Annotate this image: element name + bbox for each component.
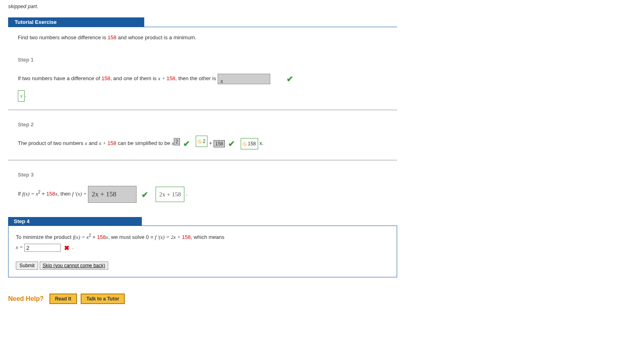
step1-body: If two numbers have a difference of 158,…	[18, 71, 397, 102]
step2-exp-input[interactable]: 2	[174, 138, 180, 145]
talk-tutor-button[interactable]: Talk to a Tutor	[81, 294, 125, 304]
divider	[8, 110, 397, 110]
step3-answer-input[interactable]: 2x + 158	[88, 186, 137, 203]
step4-label: Step 4	[8, 217, 142, 226]
step4-box: To minimize the product f(x) = x2 + 158x…	[8, 226, 397, 277]
step1-confirm-box: x	[18, 90, 25, 102]
step2-exp-key: ⚿2	[196, 136, 207, 147]
step1-answer-input[interactable]: x	[218, 74, 270, 84]
step2-body: The product of two numbers x and x + 158…	[18, 136, 397, 152]
need-help-label: Need Help?	[8, 295, 44, 302]
tutorial-header-bar: Tutorial Exercise	[8, 17, 397, 27]
step1-label: Step 1	[18, 57, 397, 63]
question-value: 158	[108, 34, 117, 40]
step2-coef-input[interactable]: 158	[214, 140, 225, 147]
step2-label: Step 2	[18, 121, 397, 128]
step3-body: If f(x) = x2 + 158x, then f '(x) = 2x + …	[18, 186, 397, 203]
check-icon: ✔	[286, 71, 293, 87]
step4-answer-input[interactable]	[24, 244, 61, 252]
check-icon: ✔	[141, 187, 148, 203]
tutorial-header-title: Tutorial Exercise	[11, 17, 144, 27]
exercise-container: Tutorial Exercise Find two numbers whose…	[8, 17, 397, 304]
read-it-button[interactable]: Read It	[49, 294, 77, 304]
step2-coef-key: ⚿158	[241, 138, 258, 149]
x-icon: ✖	[64, 244, 69, 252]
question-text: Find two numbers whose difference is 158…	[18, 34, 397, 40]
divider	[8, 160, 397, 160]
check-icon: ✔	[183, 136, 190, 152]
step3-confirm-box: 2x + 158	[156, 187, 184, 202]
step3-label: Step 3	[18, 172, 397, 178]
skipped-part-text: skipped part.	[8, 3, 614, 9]
submit-button[interactable]: Submit	[16, 262, 38, 270]
check-icon: ✔	[228, 136, 235, 152]
skip-button[interactable]: Skip (you cannot come back)	[40, 262, 108, 270]
need-help-row: Need Help? Read It Talk to a Tutor	[8, 294, 397, 304]
